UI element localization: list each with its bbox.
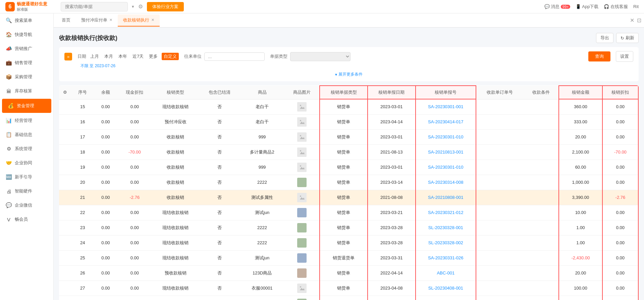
sidebar-item-guide[interactable]: 🆕 新手引导 xyxy=(0,170,53,184)
settings-icon[interactable]: ⚙ xyxy=(138,3,143,10)
date-more-btn[interactable]: 更多 xyxy=(148,53,159,60)
product-thumbnail xyxy=(297,284,307,293)
messages-btn[interactable]: 💬 消息 99+ xyxy=(544,4,571,10)
col-cash-discount: 现金折扣 xyxy=(117,86,152,99)
page-title: 收款核销执行(按收款) xyxy=(59,34,117,42)
product-thumbnail xyxy=(297,102,307,112)
filter-doctype-group: 单据类型 xyxy=(270,52,351,61)
guide-icon: 🆕 xyxy=(5,174,12,180)
tab-bar-controls: ✕ ⊡ xyxy=(630,17,641,24)
date-last-month-btn[interactable]: 上月 xyxy=(89,53,100,60)
expand-more-btn[interactable]: ▾ 展开更多条件 xyxy=(64,72,633,77)
inventory-icon: 🏛 xyxy=(5,88,12,94)
sidebar-item-quick-nav[interactable]: 🏠 快捷导航 xyxy=(0,28,53,42)
col-balance: 余额 xyxy=(94,86,117,99)
sales-icon: 💼 xyxy=(5,60,12,66)
query-button[interactable]: 查询 xyxy=(588,51,610,61)
sidebar-item-search[interactable]: 🔍 搜索菜单 xyxy=(0,13,53,28)
home-icon: 🏠 xyxy=(5,32,12,38)
page-header: 收款核销执行(按收款) 导出 ↻ 刷新 xyxy=(59,33,639,43)
sidebar-item-marketing[interactable]: 📣 营销推广 xyxy=(0,42,53,56)
table-row: 190.000.00收款核销否999销货单2023-03-01SA-202303… xyxy=(59,160,638,175)
dropdown-icon[interactable]: ▾ xyxy=(132,4,134,9)
sidebar-item-basic-info[interactable]: 📋 基础信息 xyxy=(0,128,53,142)
svg-point-5 xyxy=(300,135,301,136)
col-verify-amount: 核销金额 xyxy=(559,86,602,99)
date-7days-btn[interactable]: 近7天 xyxy=(131,53,145,60)
filter-row: » 日期 上月 本月 本年 近7天 更多 自定义 往来单位 xyxy=(64,51,633,62)
sidebar-label: 经营管理 xyxy=(15,118,32,124)
partner-label: 往来单位 xyxy=(184,53,202,59)
main-area: 首页 预付冲应付单 ✕ 收款核销执行 ✕ ✕ ⊡ 收款核销执行(按收款) 导出 xyxy=(54,13,644,300)
search-input[interactable] xyxy=(61,2,128,11)
col-verify-doc-date: 核销单报日期 xyxy=(368,86,416,99)
sidebar-item-finance[interactable]: 💰 资金管理 xyxy=(2,99,51,113)
sidebar-item-operations[interactable]: 📊 经营管理 xyxy=(0,114,53,128)
sidebar-label: 营销推广 xyxy=(15,46,32,52)
maximize-icon[interactable]: ⊡ xyxy=(637,17,641,24)
filter-bar: » 日期 上月 本月 本年 近7天 更多 自定义 往来单位 xyxy=(59,47,639,81)
sidebar-label: 资金管理 xyxy=(17,103,34,109)
svg-point-1 xyxy=(300,105,301,106)
product-thumbnail xyxy=(297,147,307,157)
search-icon: 🔍 xyxy=(5,17,12,24)
product-thumbnail xyxy=(297,299,307,300)
sidebar: 🔍 搜索菜单 🏠 快捷导航 📣 营销推广 💼 销售管理 📦 采购管理 🏛 库存核… xyxy=(0,13,54,300)
tab-prepay-label: 预付冲应付单 xyxy=(81,17,107,23)
sidebar-item-smart-hw[interactable]: 🖨 智能硬件 xyxy=(0,184,53,198)
purchase-icon: 📦 xyxy=(5,74,12,80)
sidebar-item-purchase[interactable]: 📦 采购管理 xyxy=(0,70,53,84)
product-thumbnail xyxy=(297,163,307,172)
sidebar-label: 畅会员 xyxy=(15,216,28,222)
tab-bar: 首页 预付冲应付单 ✕ 收款核销执行 ✕ ✕ ⊡ xyxy=(54,13,644,28)
sidebar-item-corp-collab[interactable]: 🤝 企业协同 xyxy=(0,156,53,170)
close-window-icon[interactable]: ✕ xyxy=(630,17,634,24)
export-button[interactable]: 导出 xyxy=(596,33,613,43)
basic-info-icon: 📋 xyxy=(5,132,12,138)
partner-input[interactable] xyxy=(204,52,265,61)
app-download-btn[interactable]: 📱 App下载 xyxy=(576,4,598,10)
tab-home[interactable]: 首页 xyxy=(56,14,76,27)
user-name[interactable]: Rit xyxy=(633,4,639,9)
sidebar-item-wechat[interactable]: 💬 企业微信 xyxy=(0,198,53,212)
filter-expand-btn[interactable]: » xyxy=(64,53,72,60)
sidebar-item-inventory[interactable]: 🏛 库存核算 xyxy=(0,84,53,98)
setting-button[interactable]: 设置 xyxy=(616,51,633,62)
date-custom-btn[interactable]: 自定义 xyxy=(162,53,179,60)
table-row: 260.000.00预收款核销否123D商品销货单2022-04-14ABC-0… xyxy=(59,265,638,281)
col-settings[interactable]: ⚙ xyxy=(59,86,71,99)
tab-prepay[interactable]: 预付冲应付单 ✕ xyxy=(76,14,118,27)
sidebar-label: 智能硬件 xyxy=(15,188,32,194)
sidebar-label: 企业协同 xyxy=(15,160,32,166)
marketing-icon: 📣 xyxy=(5,46,12,52)
table-row: 280.000.00现结收款核销否2222销货单2023-04-18SL-202… xyxy=(59,296,638,300)
doctype-select[interactable] xyxy=(290,52,351,61)
logo: 6 畅捷通谱好生意 标准版 xyxy=(5,1,47,12)
main-table: ⚙ 序号 余额 现金折扣 核销类型 包含已结清 商品 商品图片 核销单据类型 核… xyxy=(59,85,639,300)
sidebar-item-sales[interactable]: 💼 销售管理 xyxy=(0,56,53,70)
tab-prepay-close[interactable]: ✕ xyxy=(109,18,112,22)
filter-partner-group: 往来单位 xyxy=(184,52,265,61)
operations-icon: 📊 xyxy=(5,118,12,124)
tab-collection[interactable]: 收款核销执行 ✕ xyxy=(118,14,160,27)
product-thumbnail xyxy=(297,132,307,142)
table-row: 230.000.00现结收款核销否2222销货单2023-03-28SL-202… xyxy=(59,220,638,235)
expand-more-icon: ▾ xyxy=(335,72,337,77)
industry-btn[interactable]: 体验行业方案 xyxy=(147,2,184,11)
col-verify-doc-no: 核销单报号 xyxy=(416,86,476,99)
date-this-month-btn[interactable]: 本月 xyxy=(103,53,114,60)
member-icon: V xyxy=(5,217,12,222)
date-range-display: 不限 至 2023-07-26 xyxy=(80,63,115,69)
tab-collection-close[interactable]: ✕ xyxy=(151,18,154,22)
online-service-btn[interactable]: 🎧 在线客服 xyxy=(604,4,628,10)
table-row: 180.00-70.00收款核销否多计量商品2销货单2021-08-13SA-2… xyxy=(59,144,638,160)
date-label: 日期 xyxy=(77,53,86,59)
sidebar-item-system[interactable]: ⚙ 系统管理 xyxy=(0,142,53,156)
col-verify-type: 核销类型 xyxy=(152,86,199,99)
refresh-button[interactable]: ↻ 刷新 xyxy=(616,33,639,43)
sidebar-item-member[interactable]: V 畅会员 xyxy=(0,212,53,226)
date-this-year-btn[interactable]: 本年 xyxy=(117,53,128,60)
tab-home-label: 首页 xyxy=(62,17,70,23)
logo-icon: 6 xyxy=(5,2,15,11)
table-row: 270.000.00现结收款核销否衣服00001销货单2023-04-08SL-… xyxy=(59,281,638,296)
